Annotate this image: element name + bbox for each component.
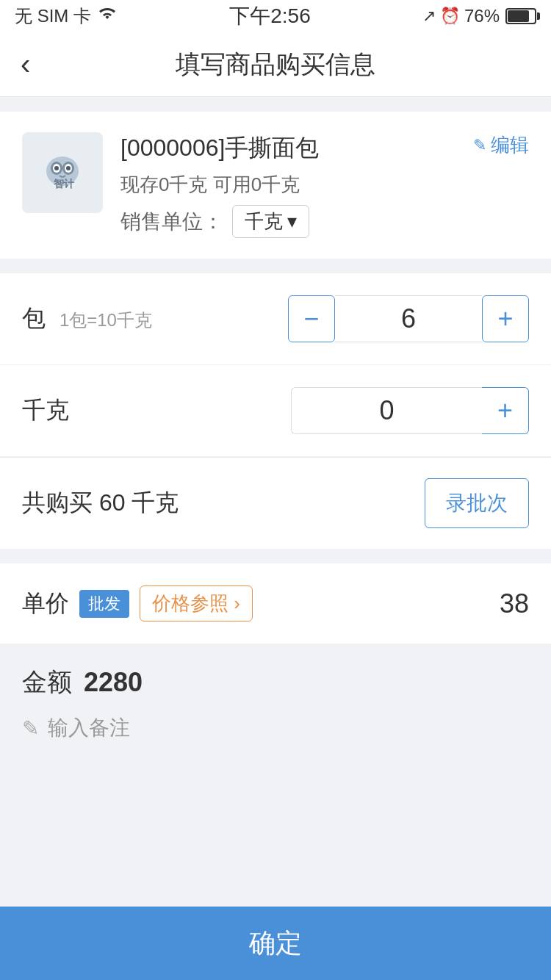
unit-value: 千克 xyxy=(245,209,283,234)
carrier-text: 无 SIM 卡 xyxy=(15,4,91,28)
back-button[interactable]: ‹ xyxy=(21,48,30,81)
amount-value: 2280 xyxy=(84,667,143,698)
price-row: 单价 批发 价格参照 › 38 xyxy=(22,586,529,621)
svg-point-6 xyxy=(66,166,71,170)
note-placeholder: 输入备注 xyxy=(48,714,130,742)
edit-icon: ✎ xyxy=(473,136,486,155)
bao-control: − + xyxy=(288,295,529,342)
status-time: 下午2:56 xyxy=(229,2,311,30)
bao-plus-button[interactable]: + xyxy=(482,295,529,342)
status-carrier: 无 SIM 卡 xyxy=(15,4,118,28)
price-left: 单价 批发 价格参照 › xyxy=(22,586,253,621)
product-name: [0000006]手撕面包 xyxy=(120,132,529,165)
price-ref-button[interactable]: 价格参照 › xyxy=(140,586,253,621)
product-image: 智计 xyxy=(22,132,103,213)
nav-bar: ‹ 填写商品购买信息 xyxy=(0,32,551,97)
price-label: 单价 xyxy=(22,588,69,620)
note-row[interactable]: ✎ 输入备注 xyxy=(22,714,529,742)
price-section: 单价 批发 价格参照 › 38 xyxy=(0,563,551,644)
page-title: 填写商品购买信息 xyxy=(176,48,375,82)
battery-percent: 76% xyxy=(464,6,500,26)
kg-control: + xyxy=(291,387,529,434)
price-value: 38 xyxy=(500,588,529,619)
kg-input[interactable] xyxy=(291,387,482,434)
bao-hint: 1包=10千克 xyxy=(60,310,152,330)
wifi-icon xyxy=(97,6,118,26)
pencil-icon: ✎ xyxy=(22,716,39,741)
status-indicators: ↗ ⏰ 76% xyxy=(422,6,536,26)
product-stock: 现存0千克 可用0千克 xyxy=(120,172,529,198)
quantity-section: 包 1包=10千克 − + 千克 + 共购买 60 千克 录批次 xyxy=(0,273,551,549)
location-icon: ↗ xyxy=(422,7,436,26)
bao-minus-button[interactable]: − xyxy=(288,295,335,342)
kg-plus-button[interactable]: + xyxy=(482,387,529,434)
edit-button[interactable]: ✎ 编辑 xyxy=(473,132,529,158)
product-logo: 智计 xyxy=(40,149,84,196)
status-bar: 无 SIM 卡 下午2:56 ↗ ⏰ 76% xyxy=(0,0,551,32)
unit-select[interactable]: 千克 ▾ xyxy=(232,205,309,238)
product-card: 智计 [0000006]手撕面包 现存0千克 可用0千克 销售单位： 千克 ▾ … xyxy=(0,112,551,259)
total-text: 共购买 60 千克 xyxy=(22,487,179,519)
alarm-icon: ⏰ xyxy=(440,7,460,26)
chevron-down-icon: ▾ xyxy=(287,210,297,233)
product-unit-row: 销售单位： 千克 ▾ xyxy=(120,205,529,238)
product-info: [0000006]手撕面包 现存0千克 可用0千克 销售单位： 千克 ▾ xyxy=(120,132,529,238)
total-row: 共购买 60 千克 录批次 xyxy=(0,457,551,549)
svg-point-5 xyxy=(54,166,59,170)
confirm-button[interactable]: 确定 xyxy=(0,907,551,980)
amount-label: 金额 xyxy=(22,666,72,699)
kg-row: 千克 + xyxy=(0,365,551,457)
bao-row: 包 1包=10千克 − + xyxy=(0,273,551,365)
battery-icon xyxy=(505,8,536,24)
bao-label: 包 1包=10千克 xyxy=(22,303,288,335)
unit-label: 销售单位： xyxy=(120,208,223,236)
price-tag-batch: 批发 xyxy=(79,590,129,618)
edit-label: 编辑 xyxy=(491,132,529,158)
bao-input[interactable] xyxy=(335,295,482,342)
svg-text:智计: 智计 xyxy=(53,178,75,190)
amount-row: 金额 2280 xyxy=(22,666,529,699)
batch-button[interactable]: 录批次 xyxy=(425,478,529,528)
kg-label: 千克 xyxy=(22,394,291,427)
amount-section: 金额 2280 ✎ 输入备注 xyxy=(0,644,551,757)
